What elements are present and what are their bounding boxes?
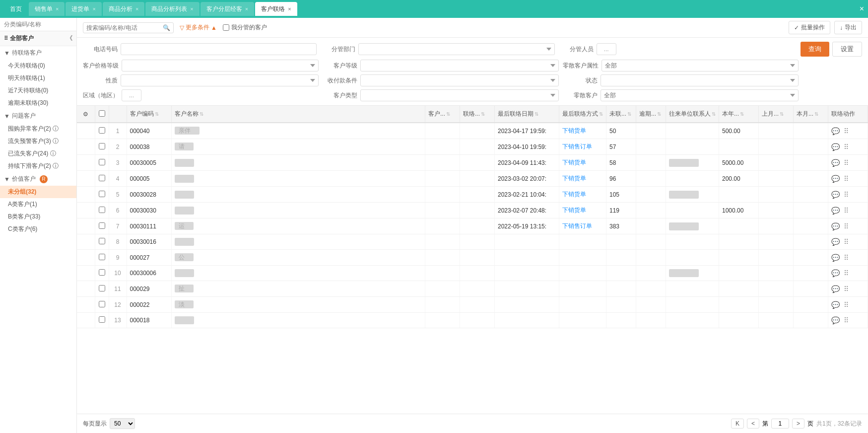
my-customers-checkbox[interactable]	[223, 24, 229, 31]
col-code-header[interactable]: 客户编码⇅	[127, 106, 171, 123]
main-search-icon[interactable]: 🔍	[163, 24, 170, 31]
td-method[interactable]: 下销售订单	[559, 139, 606, 155]
more-icon[interactable]: ⠿	[844, 285, 849, 293]
chat-icon[interactable]: 💬	[831, 159, 840, 167]
more-icon[interactable]: ⠿	[844, 269, 849, 277]
tab-home[interactable]: 首页	[4, 2, 28, 16]
sidebar-item-tomorrow-pending[interactable]: 明天待联络(1)	[0, 72, 76, 84]
td-check[interactable]	[95, 123, 109, 139]
row-checkbox[interactable]	[99, 207, 105, 213]
filter-dotdot-region[interactable]: ...	[122, 89, 141, 101]
row-checkbox[interactable]	[99, 254, 105, 260]
col-uncontact-header[interactable]: 未联...⇅	[606, 106, 636, 123]
sidebar-group-problem[interactable]: ▼ 问题客户	[0, 109, 76, 123]
td-check[interactable]	[95, 234, 109, 250]
chat-icon[interactable]: 💬	[831, 238, 840, 246]
col-overdue-header[interactable]: 逾期...⇅	[636, 106, 666, 123]
sidebar-search-input[interactable]	[4, 21, 77, 28]
chat-icon[interactable]: 💬	[831, 207, 840, 215]
last-method-link[interactable]: 下销货单	[562, 127, 586, 134]
col-name-header[interactable]: 客户名称⇅	[171, 106, 425, 123]
row-checkbox[interactable]	[99, 316, 105, 323]
col-settings[interactable]: ⚙	[77, 106, 95, 123]
tab-product-list-close[interactable]: ×	[190, 6, 193, 12]
tab-purchase[interactable]: 进货单 ×	[66, 2, 101, 16]
tab-customer-contact[interactable]: 客户联络 ×	[255, 2, 297, 16]
tab-sales-close[interactable]: ×	[56, 6, 59, 12]
td-check[interactable]	[95, 313, 109, 328]
td-method[interactable]	[559, 266, 606, 281]
more-icon[interactable]: ⠿	[844, 207, 849, 215]
check-all-checkbox[interactable]	[99, 110, 105, 117]
row-checkbox[interactable]	[99, 175, 105, 181]
sidebar-item-overdue-pending[interactable]: 逾期未联络(30)	[0, 97, 76, 109]
col-lastmonth-header[interactable]: 上月...⇅	[759, 106, 794, 123]
sidebar-item-declining[interactable]: 持续下滑客户(2) ⓘ	[0, 160, 76, 172]
td-method[interactable]: 下销货单	[559, 123, 606, 139]
more-icon[interactable]: ⠿	[844, 191, 849, 199]
td-method[interactable]: 下销货单	[559, 187, 606, 203]
sidebar-group-value[interactable]: ▼ 价值客户 R	[0, 172, 76, 186]
prev-page-btn[interactable]: <	[747, 419, 759, 429]
more-icon[interactable]: ⠿	[844, 175, 849, 183]
batch-operations-btn[interactable]: ✓ 批量操作	[789, 21, 830, 34]
sidebar-item-churn-warning[interactable]: 流失预警客户(3) ⓘ	[0, 135, 76, 147]
more-icon[interactable]: ⠿	[844, 316, 849, 324]
first-page-btn[interactable]: K	[731, 419, 744, 429]
more-icon[interactable]: ⠿	[844, 127, 849, 135]
sidebar-all-customers[interactable]: ⠿ 全部客户 《	[0, 31, 76, 46]
tab-customer-segment-close[interactable]: ×	[245, 6, 248, 12]
row-checkbox[interactable]	[99, 191, 105, 197]
td-method[interactable]	[559, 281, 606, 297]
chat-icon[interactable]: 💬	[831, 175, 840, 183]
tab-sales[interactable]: 销售单 ×	[29, 2, 65, 16]
row-checkbox[interactable]	[99, 127, 105, 134]
td-method[interactable]: 下销货单	[559, 171, 606, 187]
filter-input-phone[interactable]	[121, 43, 317, 55]
chat-icon[interactable]: 💬	[831, 316, 840, 324]
filter-dotdot-person[interactable]: ...	[597, 43, 616, 55]
td-method[interactable]	[559, 297, 606, 313]
sidebar-item-7days-pending[interactable]: 近7天待联络(0)	[0, 84, 76, 97]
td-method[interactable]	[559, 234, 606, 250]
td-method[interactable]: 下销货单	[559, 203, 606, 218]
last-method-link[interactable]: 下销售订单	[562, 143, 592, 150]
sidebar-collapse-btn[interactable]: 《	[67, 34, 72, 43]
filter-select-dept[interactable]	[358, 43, 554, 55]
next-page-btn[interactable]: >	[792, 419, 804, 429]
more-icon[interactable]: ⠿	[844, 143, 849, 151]
td-method[interactable]: 下销售订单	[559, 218, 606, 234]
more-icon[interactable]: ⠿	[844, 301, 849, 309]
sidebar-item-class-c[interactable]: C类客户(6)	[0, 223, 76, 235]
export-btn[interactable]: ↓ 导出	[834, 21, 862, 34]
chat-icon[interactable]: 💬	[831, 285, 840, 293]
last-method-link[interactable]: 下销货单	[562, 159, 586, 166]
td-check[interactable]	[95, 203, 109, 218]
chat-icon[interactable]: 💬	[831, 191, 840, 199]
filter-select-customer-type[interactable]	[360, 89, 558, 101]
col-date-header[interactable]: 最后联络日期⇅	[495, 106, 559, 123]
more-icon[interactable]: ⠿	[844, 222, 849, 230]
reset-btn[interactable]: 设置	[832, 42, 862, 57]
filter-select-retail-attr[interactable]: 全部	[601, 60, 799, 72]
row-checkbox[interactable]	[99, 238, 105, 244]
main-search-input[interactable]	[86, 24, 161, 31]
last-method-link[interactable]: 下销货单	[562, 175, 586, 182]
settings-icon[interactable]: ⚙	[83, 111, 88, 118]
more-icon[interactable]: ⠿	[844, 238, 849, 246]
chat-icon[interactable]: 💬	[831, 127, 840, 135]
sidebar-item-ungroup[interactable]: 未分组(32)	[0, 186, 76, 198]
my-customers-check[interactable]: 我分管的客户	[223, 23, 267, 32]
filter-select-price-level[interactable]	[122, 60, 319, 72]
tab-customer-segment[interactable]: 客户分层经客 ×	[200, 2, 254, 16]
td-check[interactable]	[95, 187, 109, 203]
page-input[interactable]	[771, 419, 789, 429]
row-checkbox[interactable]	[99, 143, 105, 149]
col-contacts-header[interactable]: 往来单位联系人⇅	[666, 106, 719, 123]
more-icon[interactable]: ⠿	[844, 254, 849, 262]
tab-customer-contact-close[interactable]: ×	[288, 6, 291, 12]
tab-product-analysis[interactable]: 商品分析 ×	[103, 2, 144, 16]
filter-select-customer-level[interactable]	[360, 60, 558, 72]
more-conditions-btn[interactable]: ▽ 更多条件 ▲	[180, 23, 217, 32]
chat-icon[interactable]: 💬	[831, 254, 840, 262]
